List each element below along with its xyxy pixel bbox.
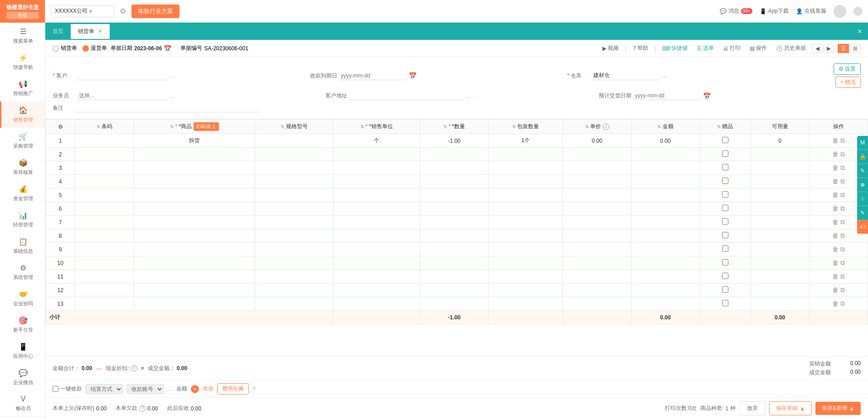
row-delete-icon-3[interactable]: 🗑 (832, 178, 839, 185)
row-gift-5[interactable] (699, 202, 751, 216)
gift-checkbox-3[interactable] (722, 178, 728, 184)
row-barcode-8[interactable] (75, 243, 134, 256)
save-new-button[interactable]: 保存&新增 ▲ (815, 402, 861, 415)
user-avatar2[interactable] (853, 7, 863, 16)
row-amount-6[interactable] (631, 216, 700, 229)
cash-discount-info[interactable]: ? (131, 365, 137, 371)
barcode-input-7[interactable] (79, 233, 130, 239)
gift-checkbox-7[interactable] (722, 232, 728, 238)
row-barcode-4[interactable] (75, 188, 134, 202)
row-spec-8[interactable] (255, 243, 333, 256)
row-qty-0[interactable]: -1.00 (420, 134, 489, 148)
row-gift-2[interactable] (699, 161, 751, 175)
row-delete-icon-4[interactable]: 🗑 (832, 191, 839, 199)
row-product-4[interactable] (134, 188, 255, 202)
row-spec-12[interactable] (255, 297, 333, 311)
row-barcode-12[interactable] (75, 297, 134, 311)
row-delete-icon-0[interactable]: 🗑 (832, 137, 839, 144)
row-copy-icon-11[interactable]: ⧉ (840, 286, 845, 294)
th-gear[interactable]: ⚙ (46, 120, 75, 134)
row-qty-8[interactable] (420, 243, 489, 256)
row-copy-icon-4[interactable]: ⧉ (840, 191, 845, 199)
row-copy-icon-5[interactable]: ⧉ (840, 205, 845, 212)
tab-sales-order[interactable]: 销货单 ✕ (71, 24, 110, 39)
gift-checkbox-6[interactable] (722, 218, 728, 225)
row-qty-6[interactable] (420, 216, 489, 229)
list-view-toggle[interactable]: ☰ (838, 44, 849, 53)
row-qty-1[interactable] (420, 148, 489, 161)
row-unit-10[interactable] (333, 270, 420, 284)
discard-button[interactable]: 放弃 (739, 401, 766, 415)
prev-btn[interactable]: ◀ (812, 44, 823, 53)
row-qty-12[interactable] (420, 297, 489, 311)
row-barcode-7[interactable] (75, 229, 134, 243)
next-btn[interactable]: ▶ (824, 44, 834, 53)
row-qty-2[interactable] (420, 161, 489, 175)
row-price-8[interactable] (563, 243, 631, 256)
row-delete-icon-12[interactable]: 🗑 (832, 300, 839, 308)
row-price-11[interactable] (563, 284, 631, 297)
row-product-8[interactable] (134, 243, 255, 256)
row-product-12[interactable] (134, 297, 255, 311)
app-download-button[interactable]: 📱 App下载 (760, 7, 789, 15)
row-barcode-1[interactable] (75, 148, 134, 161)
customer-addr-input[interactable] (350, 92, 463, 100)
user-avatar[interactable] (834, 5, 846, 18)
row-delete-icon-6[interactable]: 🗑 (832, 218, 839, 226)
row-qty-9[interactable] (420, 256, 489, 270)
sidebar-item-operation[interactable]: 📊经营管理 (0, 207, 45, 233)
row-copy-icon-12[interactable]: ⧉ (840, 300, 845, 308)
row-packqty-5[interactable] (489, 202, 563, 216)
sidebar-item-enterprise[interactable]: 🤝企业协同 (0, 285, 45, 312)
row-gift-11[interactable] (699, 284, 751, 297)
barcode-input-5[interactable] (79, 206, 130, 212)
row-unit-12[interactable] (333, 297, 420, 311)
row-copy-icon-8[interactable]: ⧉ (840, 246, 845, 253)
expected-date-input[interactable] (633, 92, 701, 100)
row-barcode-0[interactable] (75, 134, 134, 148)
tab-close-icon[interactable]: ✕ (98, 28, 102, 34)
barcode-input-1[interactable] (79, 151, 130, 158)
row-spec-1[interactable] (255, 148, 333, 161)
row-copy-icon-7[interactable]: ⧉ (840, 232, 845, 240)
row-qty-3[interactable] (420, 175, 489, 188)
row-barcode-11[interactable] (75, 284, 134, 297)
right-panel-item-2[interactable]: 🔒 (857, 150, 868, 164)
logistics-button[interactable]: + 物流 (835, 77, 861, 88)
row-product-0[interactable]: 拆货 (134, 134, 255, 148)
row-packqty-2[interactable] (489, 161, 563, 175)
row-packqty-8[interactable] (489, 243, 563, 256)
barcode-input-10[interactable] (79, 274, 130, 280)
row-copy-icon-9[interactable]: ⧉ (840, 259, 845, 267)
row-spec-3[interactable] (255, 175, 333, 188)
row-delete-icon-7[interactable]: 🗑 (832, 232, 839, 240)
row-copy-icon-1[interactable]: ⧉ (840, 150, 845, 158)
row-unit-8[interactable] (333, 243, 420, 256)
row-price-1[interactable] (563, 148, 631, 161)
row-amount-3[interactable] (631, 175, 700, 188)
row-unit-11[interactable] (333, 284, 420, 297)
close-all-tabs-button[interactable]: ✕ (852, 28, 868, 35)
row-gift-3[interactable] (699, 175, 751, 188)
row-packqty-7[interactable] (489, 229, 563, 243)
row-product-5[interactable] (134, 202, 255, 216)
header-settings-icon[interactable]: ⚙ (118, 5, 128, 17)
row-delete-icon-10[interactable]: 🗑 (832, 273, 839, 280)
row-price-9[interactable] (563, 256, 631, 270)
right-panel-item-5[interactable]: ☆ (857, 192, 868, 206)
row-product-3[interactable] (134, 175, 255, 188)
sidebar-item-appstore[interactable]: 📱应用中心 (0, 338, 45, 364)
sidebar-item-search[interactable]: ☰搜索菜单 (0, 23, 45, 49)
row-delete-icon-8[interactable]: 🗑 (832, 246, 839, 253)
customer-addr-dots[interactable]: … (465, 93, 470, 99)
deficit-info-icon[interactable]: ? (139, 405, 145, 412)
row-price-3[interactable] (563, 175, 631, 188)
row-product-1[interactable] (134, 148, 255, 161)
gift-checkbox-10[interactable] (722, 273, 728, 279)
row-unit-3[interactable] (333, 175, 420, 188)
right-panel-item-7[interactable]: 🏷 (857, 220, 868, 234)
row-unit-0[interactable]: 个 (333, 134, 420, 148)
sidebar-item-finance[interactable]: 💰资金管理 (0, 180, 45, 207)
row-barcode-2[interactable] (75, 161, 134, 175)
row-copy-icon-3[interactable]: ⧉ (840, 178, 845, 185)
